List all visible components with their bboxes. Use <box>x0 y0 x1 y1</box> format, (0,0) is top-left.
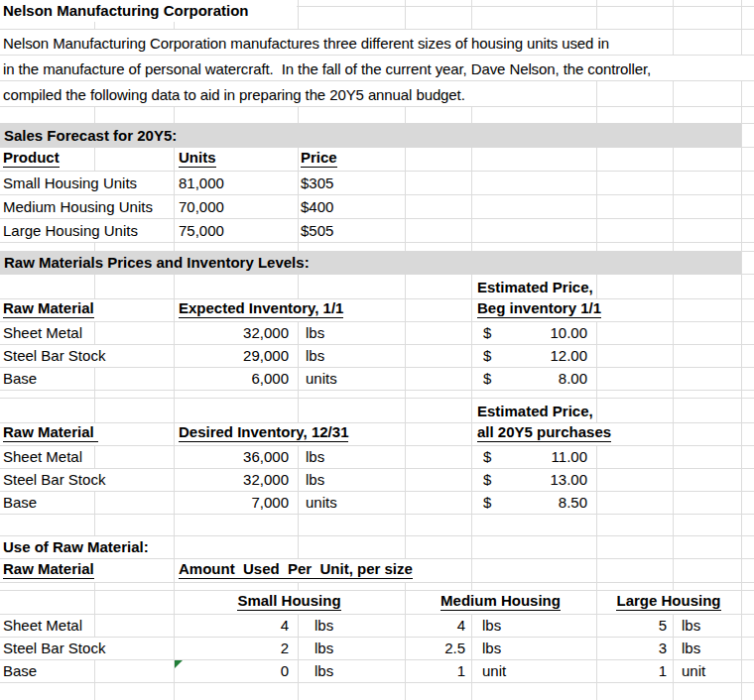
cell-small-unit[interactable]: lbs <box>299 615 404 637</box>
cell-qty[interactable]: 7,000 <box>175 492 297 514</box>
cell-header-raw-material-beg[interactable]: Raw Material <box>0 299 173 321</box>
cell-unit[interactable]: lbs <box>299 345 404 367</box>
cell-note-estimated-price-desired[interactable]: Estimated Price, <box>472 399 595 422</box>
cell-note-estimated-price-beg[interactable]: Estimated Price, <box>472 275 595 298</box>
header-units-label: Units <box>179 150 216 168</box>
cell-price-accounting[interactable]: $ 11.00 <box>472 446 595 468</box>
cell-product-small[interactable]: Small Housing Units <box>0 172 173 194</box>
cell-large-qty[interactable]: 1 <box>597 660 672 682</box>
cell-medium-qty[interactable]: 4 <box>406 615 470 637</box>
cell-price-accounting[interactable]: $ 12.00 <box>472 345 595 367</box>
cell-header-small-housing[interactable]: Small Housing <box>175 591 404 614</box>
cell-qty[interactable]: 6,000 <box>175 368 297 390</box>
cell-large-unit[interactable]: lbs <box>674 615 741 637</box>
cell-unit[interactable]: units <box>299 368 404 390</box>
cell-price-accounting[interactable]: $ 10.00 <box>472 322 595 344</box>
cell-error-flag-triangle-icon <box>175 660 183 668</box>
cell-material-label[interactable]: Sheet Metal <box>0 615 93 637</box>
cell-header-desired-inventory[interactable]: Desired Inventory, 12/31 <box>175 423 404 445</box>
cell-qty[interactable]: 36,000 <box>175 446 297 468</box>
cell-medium-qty[interactable]: 2.5 <box>406 638 470 659</box>
cell-header-units[interactable]: Units <box>175 148 297 171</box>
cell-medium-qty[interactable]: 1 <box>406 660 470 682</box>
cell-usage-section-title[interactable]: Use of Raw Material: <box>0 536 173 558</box>
price-value: 10.00 <box>550 325 587 341</box>
cell-material-label[interactable]: Steel Bar Stock <box>0 638 173 659</box>
cell-header-raw-material-desired[interactable]: Raw Material <box>0 423 173 445</box>
cell-qty[interactable]: 32,000 <box>175 322 297 344</box>
header-amount-used-label: Amount Used Per Unit, per size <box>179 561 413 579</box>
cell-intro-line-1[interactable]: Nelson Manufacturing Corporation manufac… <box>0 30 672 55</box>
cell-price-small[interactable]: $305 <box>299 172 404 194</box>
cell-header-price[interactable]: Price <box>299 148 404 171</box>
gridline-horizontal <box>0 390 754 391</box>
cell-unit[interactable]: units <box>299 492 404 514</box>
cell-price-large[interactable]: $505 <box>299 219 404 242</box>
header-large-housing-label: Large Housing <box>616 593 720 611</box>
cell-large-qty[interactable]: 3 <box>597 638 672 659</box>
cell-header-product[interactable]: Product <box>0 148 93 171</box>
header-raw-material-label: Raw Material <box>3 561 94 579</box>
cell-large-unit[interactable]: lbs <box>674 638 741 659</box>
cell-small-qty[interactable]: 4 <box>175 615 297 637</box>
cell-price-accounting[interactable]: $ 8.00 <box>472 368 595 390</box>
gridline-horizontal <box>0 682 754 683</box>
cell-company-title[interactable]: Nelson Manufacturing Corporation <box>0 0 297 22</box>
cell-header-medium-housing[interactable]: Medium Housing <box>406 591 595 614</box>
cell-material-label[interactable]: Sheet Metal <box>0 322 93 344</box>
cell-price-accounting[interactable]: $ 13.00 <box>472 469 595 491</box>
cell-intro-line-2[interactable]: in the manufacture of personal watercraf… <box>0 56 753 80</box>
header-small-housing-label: Small Housing <box>237 593 340 611</box>
cell-large-qty[interactable]: 5 <box>597 615 672 637</box>
currency-symbol: $ <box>483 472 491 488</box>
cell-units-small[interactable]: 81,000 <box>175 172 297 194</box>
header-raw-material-label: Raw Material <box>3 300 94 318</box>
gridline-horizontal <box>0 582 754 583</box>
cell-material-label[interactable]: Base <box>0 492 93 514</box>
cell-product-medium[interactable]: Medium Housing Units <box>0 195 173 218</box>
band-sales-forecast[interactable]: Sales Forecast for 20Y5: <box>0 123 741 148</box>
cell-material-label[interactable]: Base <box>0 660 93 682</box>
cell-unit[interactable]: lbs <box>299 446 404 468</box>
cell-price-medium[interactable]: $400 <box>299 195 404 218</box>
cell-medium-unit[interactable]: lbs <box>472 615 595 637</box>
cell-small-qty[interactable]: 2 <box>175 638 297 659</box>
header-desired-inventory-label: Desired Inventory, 12/31 <box>179 424 348 442</box>
cell-material-label[interactable]: Sheet Metal <box>0 446 93 468</box>
cell-large-unit[interactable]: unit <box>674 660 741 682</box>
currency-symbol: $ <box>483 371 491 387</box>
gridline-horizontal <box>0 242 754 243</box>
cell-medium-unit[interactable]: lbs <box>472 638 595 659</box>
cell-units-large[interactable]: 75,000 <box>175 219 297 242</box>
header-expected-inventory-label: Expected Inventory, 1/1 <box>179 300 343 318</box>
cell-material-label[interactable]: Base <box>0 368 93 390</box>
band-raw-materials[interactable]: Raw Materials Prices and Inventory Level… <box>0 251 741 275</box>
cell-header-amount-used[interactable]: Amount Used Per Unit, per size <box>175 559 470 582</box>
worksheet: Nelson Manufacturing Corporation Nelson … <box>0 0 754 700</box>
cell-small-qty[interactable]: 0 <box>175 660 297 682</box>
gridline-horizontal <box>0 514 754 515</box>
cell-medium-unit[interactable]: unit <box>472 660 595 682</box>
cell-unit[interactable]: lbs <box>299 322 404 344</box>
price-value: 8.00 <box>559 371 587 387</box>
cell-header-large-housing[interactable]: Large Housing <box>597 591 740 614</box>
cell-material-label[interactable]: Steel Bar Stock <box>0 469 173 491</box>
cell-header-purchase-price[interactable]: all 20Y5 purchases <box>472 423 672 445</box>
cell-material-label[interactable]: Steel Bar Stock <box>0 345 173 367</box>
cell-qty[interactable]: 29,000 <box>175 345 297 367</box>
cell-intro-line-3[interactable]: compiled the following data to aid in pr… <box>0 81 595 106</box>
currency-symbol: $ <box>483 325 491 341</box>
gridline-vertical <box>741 0 742 700</box>
cell-qty[interactable]: 32,000 <box>175 469 297 491</box>
header-price-label: Price <box>301 150 337 168</box>
cell-unit[interactable]: lbs <box>299 469 404 491</box>
cell-small-unit[interactable]: lbs <box>299 638 404 659</box>
cell-header-expected-inventory[interactable]: Expected Inventory, 1/1 <box>175 299 404 321</box>
cell-units-medium[interactable]: 70,000 <box>175 195 297 218</box>
cell-product-large[interactable]: Large Housing Units <box>0 219 173 242</box>
cell-header-raw-material-usage[interactable]: Raw Material <box>0 559 173 582</box>
header-beg-inventory-price-label: Beg inventory 1/1 <box>477 300 601 318</box>
cell-price-accounting[interactable]: $ 8.50 <box>472 492 595 514</box>
cell-header-beg-inventory-price[interactable]: Beg inventory 1/1 <box>472 299 672 321</box>
cell-small-unit[interactable]: lbs <box>299 660 404 682</box>
